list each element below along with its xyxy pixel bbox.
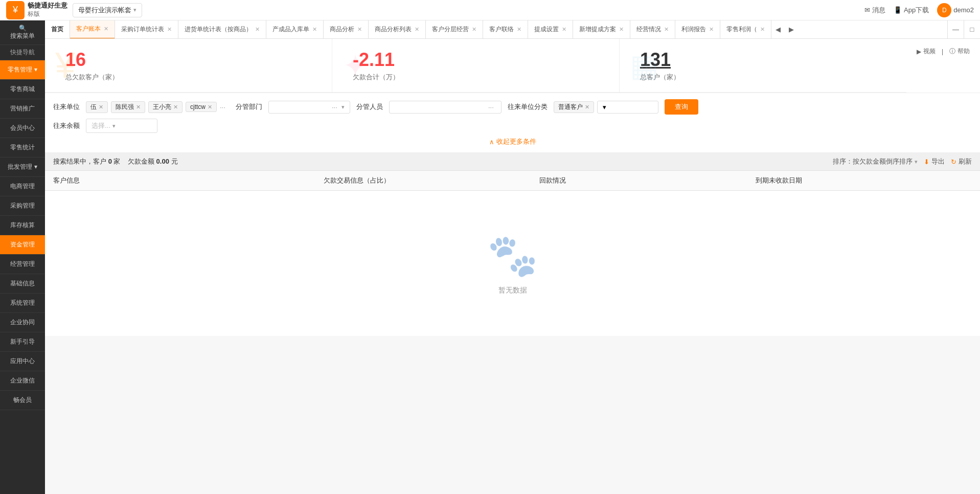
- person-select[interactable]: ···: [389, 101, 502, 114]
- username: demo2: [953, 6, 974, 14]
- sidebar-item-purchase[interactable]: 采购管理: [0, 196, 45, 216]
- stat-total-all-customers: ▦ 131 总客户（家）: [620, 39, 906, 92]
- unit-tag-wu-remove[interactable]: ✕: [99, 104, 103, 110]
- unit-tag-chen-text: 陈民强: [116, 103, 134, 111]
- unit-tags: 伍 ✕ 陈民强 ✕ 王小亮 ✕ cjttcw ✕: [86, 101, 225, 113]
- refresh-btn[interactable]: ↻ 刷新: [951, 157, 972, 166]
- sidebar-item-retail-stats[interactable]: 零售统计: [0, 138, 45, 158]
- tab-minimize-btn[interactable]: —: [947, 20, 964, 39]
- sidebar: 🔍 搜索菜单 快捷导航 零售管理 ▾ 零售商城 营销推广 会员中心 零售统计 批…: [0, 20, 45, 494]
- tab-overflow-forward[interactable]: ▶: [785, 26, 798, 33]
- tab-close-new-promotion[interactable]: ✕: [619, 26, 624, 33]
- unit-tag-cj: cjttcw ✕: [186, 102, 217, 112]
- tab-close-product-list[interactable]: ✕: [415, 26, 419, 33]
- sidebar-item-operations[interactable]: 经营管理: [0, 255, 45, 274]
- help-area: ▶ 视频 | ⓘ 帮助: [906, 39, 980, 64]
- sidebar-item-retail-mgmt[interactable]: 零售管理 ▾: [0, 60, 45, 80]
- tab-customer-contact[interactable]: 客户联络 ✕: [483, 20, 528, 39]
- th-due-date: 到期未收款日期: [756, 176, 972, 185]
- sidebar-quick-nav[interactable]: 快捷导航: [0, 45, 45, 60]
- tab-profit-report[interactable]: 利润报告 ✕: [675, 20, 720, 39]
- unit-tag-more[interactable]: ···: [220, 103, 225, 111]
- th-customer-info: 客户信息: [53, 176, 324, 185]
- collapse-btn[interactable]: ∧ 收起更多条件: [53, 137, 972, 146]
- sidebar-item-retail-mall[interactable]: 零售商城: [0, 80, 45, 99]
- category-dropdown[interactable]: ▾: [597, 101, 658, 114]
- sidebar-item-member[interactable]: 会员中心: [0, 119, 45, 138]
- sidebar-item-wholesale[interactable]: 批发管理 ▾: [0, 158, 45, 177]
- dept-select[interactable]: ··· ▾: [268, 101, 350, 114]
- tab-operations-status[interactable]: 经营情况 ✕: [630, 20, 675, 39]
- basic-info-label: 基础信息: [2, 279, 43, 288]
- dept-chevron: ▾: [341, 104, 345, 110]
- sidebar-item-app-center[interactable]: 应用中心: [0, 352, 45, 371]
- tab-close-production[interactable]: ✕: [312, 26, 317, 33]
- tab-retail-profit[interactable]: 零售利润（ ✕: [720, 20, 771, 39]
- tab-close-operations[interactable]: ✕: [664, 26, 669, 33]
- tab-home[interactable]: 首页: [45, 20, 70, 39]
- sidebar-search[interactable]: 🔍 搜索菜单: [0, 20, 45, 45]
- sidebar-item-newbie[interactable]: 新手引导: [0, 332, 45, 352]
- tab-customer-ledger[interactable]: 客户账本 ✕: [70, 20, 115, 39]
- product-analysis-list-label: 商品分析列表: [375, 25, 412, 34]
- sidebar-item-ecommerce[interactable]: 电商管理: [0, 177, 45, 196]
- category-tag-remove[interactable]: ✕: [585, 104, 589, 110]
- tab-inbound-stats[interactable]: 进货单统计表（按商品） ✕: [178, 20, 266, 39]
- tab-promotion-settings[interactable]: 提成设置 ✕: [528, 20, 573, 39]
- query-button[interactable]: 查询: [665, 99, 698, 115]
- tab-close-customer-segment[interactable]: ✕: [472, 26, 476, 33]
- sidebar-item-finance[interactable]: 资金管理: [0, 235, 45, 255]
- tab-close-profit[interactable]: ✕: [709, 26, 714, 33]
- stat-bg-icon-2: ✦: [343, 48, 368, 83]
- tab-product-analysis[interactable]: 商品分析 ✕: [324, 20, 369, 39]
- user-avatar-btn[interactable]: D demo2: [937, 3, 974, 17]
- result-count-unit: 家: [113, 158, 120, 165]
- export-btn[interactable]: ⬇ 导出: [924, 157, 945, 166]
- sidebar-item-inventory[interactable]: 库存核算: [0, 216, 45, 235]
- tab-production[interactable]: 产成品入库单 ✕: [266, 20, 324, 39]
- sidebar-item-wechat-work[interactable]: 企业微信: [0, 371, 45, 391]
- tab-maximize-btn[interactable]: □: [964, 20, 980, 39]
- logo-icon: ¥: [6, 1, 25, 19]
- unit-tag-chen-remove[interactable]: ✕: [136, 104, 141, 110]
- sidebar-item-vip[interactable]: 畅会员: [0, 391, 45, 410]
- tab-purchase-order-stats[interactable]: 采购订单统计表 ✕: [115, 20, 178, 39]
- retail-mall-label: 零售商城: [2, 85, 43, 94]
- customer-ledger-label: 客户账本: [76, 25, 101, 33]
- unit-tag-wang-text: 王小亮: [153, 103, 171, 111]
- tab-customer-segment[interactable]: 客户分层经营 ✕: [426, 20, 483, 39]
- tab-new-promotion[interactable]: 新增提成方案 ✕: [573, 20, 630, 39]
- tab-close-promotion[interactable]: ✕: [562, 26, 566, 33]
- operations-label: 经营管理: [2, 260, 43, 268]
- tab-close-customer-contact[interactable]: ✕: [517, 26, 521, 33]
- message-btn[interactable]: ✉ 消息: [864, 6, 885, 15]
- company-select[interactable]: 母婴行业演示帐套 ▾: [73, 3, 142, 17]
- marketing-label: 营销推广: [2, 104, 43, 113]
- tab-close-inbound[interactable]: ✕: [255, 26, 260, 33]
- tab-overflow-btn[interactable]: ◀: [771, 26, 785, 33]
- logo-text: 畅捷通好生意 标版: [28, 2, 67, 18]
- tab-bar: 首页 客户账本 ✕ 采购订单统计表 ✕ 进货单统计表（按商品） ✕ 产成品入库单…: [45, 20, 980, 39]
- top-bar-right: ✉ 消息 📱 App下载 D demo2: [864, 3, 974, 17]
- promotion-settings-label: 提成设置: [534, 25, 559, 34]
- video-help-btn[interactable]: ▶ 视频: [917, 47, 936, 56]
- unit-filter-label: 往来单位: [53, 102, 80, 111]
- sidebar-item-marketing[interactable]: 营销推广: [0, 99, 45, 119]
- app-download-btn[interactable]: 📱 App下载: [894, 6, 929, 15]
- sidebar-item-enterprise[interactable]: 企业协同: [0, 313, 45, 332]
- vip-label: 畅会员: [2, 396, 43, 405]
- tab-close-customer-ledger[interactable]: ✕: [104, 26, 108, 32]
- sort-select[interactable]: 排序：按欠款金额倒序排序 ▾: [833, 157, 918, 166]
- sidebar-item-system[interactable]: 系统管理: [0, 294, 45, 313]
- retail-mgmt-label: 零售管理 ▾: [2, 65, 43, 74]
- unit-tag-wang-remove[interactable]: ✕: [173, 104, 178, 110]
- tab-product-analysis-list[interactable]: 商品分析列表 ✕: [369, 20, 426, 39]
- sidebar-item-basic-info[interactable]: 基础信息: [0, 274, 45, 294]
- product-analysis-label: 商品分析: [330, 25, 354, 34]
- help-btn[interactable]: ⓘ 帮助: [949, 47, 970, 56]
- tab-close-product-analysis[interactable]: ✕: [357, 26, 362, 33]
- tab-close-purchase[interactable]: ✕: [167, 26, 172, 33]
- unit-tag-cj-remove[interactable]: ✕: [208, 104, 212, 110]
- tab-close-retail-profit[interactable]: ✕: [760, 26, 765, 33]
- balance-select[interactable]: 选择... ▾: [86, 119, 157, 133]
